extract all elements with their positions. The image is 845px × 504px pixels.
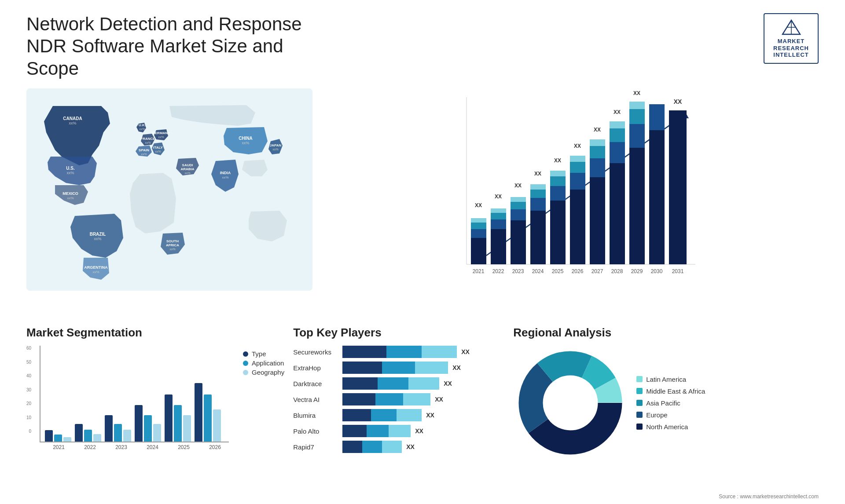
- legend-label-apac: Asia Pacific: [646, 399, 680, 407]
- seg-bar-geo-2026: [213, 409, 221, 442]
- regional-title: Regional Analysis: [513, 326, 819, 340]
- svg-text:2028: 2028: [611, 268, 623, 274]
- legend-label-na: North America: [646, 423, 688, 431]
- svg-text:xx%: xx%: [141, 153, 147, 156]
- svg-rect-77: [610, 128, 625, 142]
- player-bar-vectra: XX: [342, 393, 504, 405]
- svg-rect-70: [590, 177, 605, 264]
- svg-rect-68: [570, 156, 585, 162]
- svg-text:xx%: xx%: [242, 141, 249, 145]
- legend-middle-east: Middle East & Africa: [636, 387, 705, 395]
- player-bar-darktrace: XX: [342, 377, 504, 390]
- legend-type: Type: [243, 350, 284, 358]
- svg-text:xx%: xx%: [139, 128, 145, 131]
- player-xx-blumira: XX: [426, 412, 434, 419]
- svg-rect-62: [550, 176, 566, 186]
- player-bar-secureworks: XX: [342, 346, 504, 358]
- seg-bar-group-2023: [105, 415, 131, 442]
- svg-rect-41: [471, 229, 486, 238]
- svg-rect-63: [550, 171, 566, 176]
- svg-text:ARABIA: ARABIA: [180, 167, 194, 171]
- legend-latin-america: Latin America: [636, 376, 705, 383]
- donut-chart: [513, 346, 628, 460]
- svg-text:AFRICA: AFRICA: [166, 243, 179, 247]
- svg-rect-86: [649, 104, 665, 130]
- svg-rect-76: [610, 142, 625, 163]
- seg-x-labels: 2021 2022 2023 2024 2025 2026: [45, 444, 229, 450]
- svg-text:2025: 2025: [552, 268, 564, 274]
- svg-text:CANADA: CANADA: [63, 116, 82, 121]
- page-title: Network Detection and Response NDR Softw…: [26, 13, 334, 80]
- svg-rect-82: [629, 109, 645, 124]
- seg-x-label-2026: 2026: [201, 444, 229, 450]
- seg-bar-type-2025: [165, 394, 173, 442]
- key-players-section: Top Key Players Secureworks ExtraHop Dar…: [293, 326, 504, 475]
- svg-text:ITALY: ITALY: [153, 146, 163, 150]
- legend-geography-dot: [243, 370, 248, 375]
- svg-text:2024: 2024: [532, 268, 544, 274]
- segmentation-chart: [40, 346, 229, 442]
- seg-bar-geo-2025: [183, 415, 191, 442]
- seg-bar-geo-2021: [63, 437, 71, 442]
- logo-icon: [780, 18, 802, 36]
- regional-section: Regional Analysis Latin: [513, 326, 819, 475]
- player-bars: XX XX: [342, 346, 504, 453]
- svg-rect-66: [570, 173, 585, 190]
- player-names: Secureworks ExtraHop Darktrace Vectra AI…: [293, 346, 337, 453]
- legend-label-europe: Europe: [646, 411, 667, 419]
- legend-application-label: Application: [252, 359, 284, 367]
- segmentation-title: Market Segmentation: [26, 326, 284, 340]
- legend-rect-mea: [636, 388, 643, 394]
- svg-text:2029: 2029: [631, 268, 643, 274]
- player-blumira: Blumira: [293, 409, 337, 421]
- seg-bar-group-2022: [75, 424, 101, 442]
- seg-legend: Type Application Geography: [243, 350, 284, 378]
- svg-rect-85: [649, 130, 665, 264]
- svg-rect-53: [511, 197, 526, 202]
- svg-rect-87: [669, 110, 687, 264]
- legend-rect-apac: [636, 400, 643, 406]
- player-secureworks: Secureworks: [293, 346, 337, 358]
- player-bar-extrahop: XX: [342, 362, 504, 374]
- svg-text:xx%: xx%: [272, 148, 278, 151]
- svg-rect-61: [550, 186, 566, 201]
- seg-bar-group-2025: [165, 394, 191, 442]
- seg-bar-group-2024: [135, 405, 161, 442]
- legend-geography: Geography: [243, 369, 284, 376]
- seg-x-label-2021: 2021: [45, 444, 73, 450]
- svg-text:U.S.: U.S.: [66, 166, 75, 171]
- segmentation-section: Market Segmentation 60 50 40 30 20 10 0: [26, 326, 284, 475]
- svg-text:JAPAN: JAPAN: [270, 143, 282, 147]
- svg-text:xx%: xx%: [69, 121, 76, 125]
- logo-area: MARKET RESEARCH INTELLECT: [764, 13, 819, 64]
- svg-text:ARGENTINA: ARGENTINA: [84, 265, 108, 270]
- seg-bar-geo-2024: [153, 424, 161, 442]
- svg-rect-67: [570, 162, 585, 173]
- legend-label-mea: Middle East & Africa: [646, 387, 705, 395]
- svg-rect-60: [550, 201, 566, 264]
- svg-text:XX: XX: [514, 183, 522, 189]
- svg-text:xx%: xx%: [94, 237, 101, 241]
- svg-rect-46: [491, 219, 506, 229]
- svg-rect-72: [590, 146, 605, 158]
- svg-text:BRAZIL: BRAZIL: [90, 232, 106, 237]
- seg-bar-app-2021: [54, 435, 62, 442]
- seg-bar-type-2026: [195, 383, 202, 442]
- player-xx-rapid7: XX: [406, 443, 415, 450]
- svg-text:xx%: xx%: [67, 196, 73, 200]
- svg-text:xx%: xx%: [145, 141, 151, 144]
- player-bar-rapid7: XX: [342, 441, 504, 453]
- seg-bar-type-2023: [105, 415, 113, 442]
- svg-text:INDIA: INDIA: [220, 171, 231, 175]
- svg-text:xx%: xx%: [222, 175, 228, 179]
- svg-rect-57: [530, 190, 546, 198]
- seg-bar-type-2024: [135, 405, 143, 442]
- svg-text:2026: 2026: [572, 268, 584, 274]
- legend-rect-latin: [636, 376, 643, 382]
- svg-rect-83: [629, 102, 645, 109]
- header: Network Detection and Response NDR Softw…: [26, 13, 819, 80]
- player-xx-extrahop: XX: [452, 364, 461, 371]
- svg-rect-58: [530, 184, 546, 190]
- svg-rect-78: [610, 121, 625, 128]
- key-players-title: Top Key Players: [293, 326, 504, 340]
